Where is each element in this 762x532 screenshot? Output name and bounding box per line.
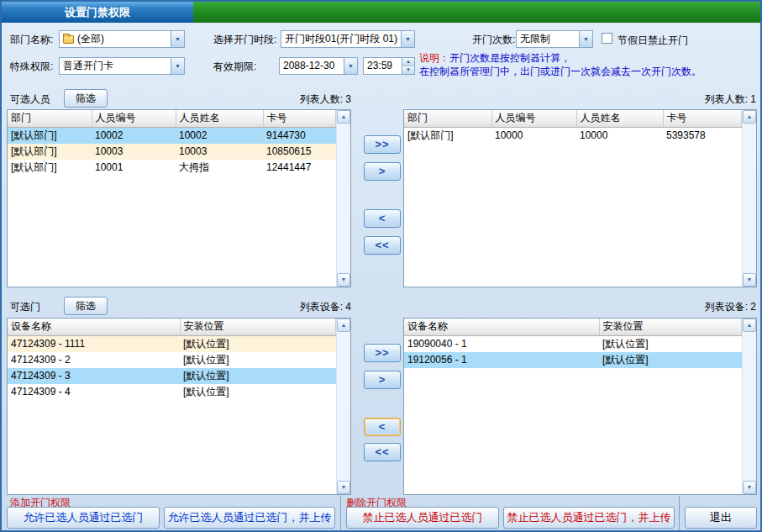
table-cell: [默认位置] xyxy=(180,335,336,352)
note-text-1: 开门次数是按控制器计算， xyxy=(449,52,570,64)
department-value: (全部) xyxy=(77,31,171,47)
table-cell: [默认位置] xyxy=(599,335,742,352)
dialog-set-door-permissions: 设置门禁权限 部门名称: (全部) ▼ 选择开门时段: 开门时段01(开门时段 … xyxy=(0,0,762,532)
column-header[interactable]: 卡号 xyxy=(663,110,742,127)
persons-move-all-right-button[interactable]: >> xyxy=(364,135,401,154)
deny-selected-upload-button[interactable]: 禁止已选人员通过已选门，并上传 xyxy=(503,507,675,529)
scroll-down-icon[interactable]: ▼ xyxy=(337,273,350,287)
column-header[interactable]: 人员编号 xyxy=(92,110,176,127)
time-period-select[interactable]: 开门时段01(开门时段 01) ▼ xyxy=(281,30,415,48)
deny-selected-button[interactable]: 禁止已选人员通过已选门 xyxy=(346,507,499,529)
table-cell: [默认位置] xyxy=(180,352,336,368)
chevron-down-icon[interactable]: ▼ xyxy=(401,31,414,47)
column-header[interactable]: 人员姓名 xyxy=(176,110,263,127)
selected-doors-list: 设备名称安装位置19090040 - 1[默认位置]19120056 - 1[默… xyxy=(403,318,757,495)
special-permission-value: 普通开门卡 xyxy=(63,58,171,74)
open-times-select[interactable]: 无限制 ▼ xyxy=(516,30,593,48)
table-cell: 大拇指 xyxy=(176,160,263,176)
scroll-down-icon[interactable]: ▼ xyxy=(743,273,756,287)
persons-move-all-left-button[interactable]: << xyxy=(364,236,401,255)
column-header[interactable]: 安装位置 xyxy=(599,319,742,335)
validity-label: 有效期限: xyxy=(213,60,256,73)
table-cell: 5393578 xyxy=(663,127,742,144)
spin-down-icon[interactable]: ▼ xyxy=(402,66,414,74)
window-title: 设置门禁权限 xyxy=(2,2,193,23)
exit-button[interactable]: 退出 xyxy=(685,507,757,529)
table-cell: 10000 xyxy=(576,127,663,144)
scrollbar-track[interactable] xyxy=(743,124,756,273)
holiday-ban-checkbox[interactable] xyxy=(602,33,612,44)
special-permission-label: 特殊权限: xyxy=(10,60,53,73)
column-header[interactable]: 安装位置 xyxy=(180,319,336,335)
doors-left-count: 列表设备: 4 xyxy=(254,300,351,313)
table-cell: 10850615 xyxy=(263,144,336,160)
table-cell: 10002 xyxy=(176,127,263,144)
persons-filter-button[interactable]: 筛选 xyxy=(64,89,108,108)
chevron-down-icon[interactable]: ▼ xyxy=(171,31,184,47)
table-row[interactable]: 19090040 - 1[默认位置] xyxy=(404,335,742,352)
table-row[interactable]: [默认部门]10001大拇指12441447 xyxy=(8,160,336,176)
table-row[interactable]: 47124309 - 1111[默认位置] xyxy=(8,335,336,352)
scroll-down-icon[interactable]: ▼ xyxy=(337,481,350,494)
table-cell: 19090040 - 1 xyxy=(404,335,599,352)
doors-right-count: 列表设备: 2 xyxy=(640,300,756,313)
column-header[interactable]: 设备名称 xyxy=(404,319,599,335)
table-cell: 10002 xyxy=(92,127,176,144)
allow-selected-button[interactable]: 允许已选人员通过已选门 xyxy=(7,507,160,529)
chevron-down-icon[interactable]: ▼ xyxy=(171,58,184,74)
persons-move-left-button[interactable]: < xyxy=(364,209,401,228)
scrollbar-track[interactable] xyxy=(337,124,350,273)
scroll-up-icon[interactable]: ▲ xyxy=(337,110,350,124)
selected-persons-list: 部门人员编号人员姓名卡号[默认部门]10000100005393578 ▲ ▼ xyxy=(403,109,757,287)
scroll-up-icon[interactable]: ▲ xyxy=(743,319,756,332)
table-row[interactable]: [默认部门]10002100029144730 xyxy=(8,127,336,144)
table-cell: 10001 xyxy=(92,160,176,176)
scrollbar[interactable]: ▲ ▼ xyxy=(336,319,350,494)
spin-up-icon[interactable]: ▲ xyxy=(402,58,414,66)
scrollbar-track[interactable] xyxy=(337,332,350,481)
column-header[interactable]: 人员姓名 xyxy=(576,110,663,127)
table-row[interactable]: 47124309 - 4[默认位置] xyxy=(8,384,336,400)
scroll-up-icon[interactable]: ▲ xyxy=(743,110,756,124)
scrollbar[interactable]: ▲ ▼ xyxy=(336,110,350,287)
doors-move-left-button[interactable]: < xyxy=(364,418,401,436)
doors-move-right-button[interactable]: > xyxy=(364,371,401,389)
table-row[interactable]: [默认部门]10000100005393578 xyxy=(404,127,742,144)
doors-filter-button[interactable]: 筛选 xyxy=(64,297,108,315)
valid-time-field[interactable]: 23:59 ▲ ▼ xyxy=(363,57,415,75)
doors-move-all-left-button[interactable]: << xyxy=(364,443,401,461)
special-permission-select[interactable]: 普通开门卡 ▼ xyxy=(59,57,185,75)
scroll-up-icon[interactable]: ▲ xyxy=(337,319,350,332)
table-cell: [默认部门] xyxy=(8,160,92,176)
table-cell: 47124309 - 1111 xyxy=(8,335,180,352)
valid-date-select[interactable]: 2088-12-30 ▼ xyxy=(279,57,358,75)
allow-selected-upload-button[interactable]: 允许已选人员通过已选门，并上传 xyxy=(164,507,335,529)
scrollbar-track[interactable] xyxy=(743,332,756,481)
persons-right-count: 列表人数: 1 xyxy=(640,92,756,106)
department-select[interactable]: (全部) ▼ xyxy=(59,30,185,48)
footer-divider xyxy=(679,496,680,530)
chevron-down-icon[interactable]: ▼ xyxy=(344,58,357,74)
table-cell: 47124309 - 2 xyxy=(8,352,180,368)
table-row[interactable]: 19120056 - 1[默认位置] xyxy=(404,352,742,368)
table-row[interactable]: [默认部门]100031000310850615 xyxy=(8,144,336,160)
column-header[interactable]: 卡号 xyxy=(263,110,336,127)
column-header[interactable]: 部门 xyxy=(8,110,92,127)
column-header[interactable]: 设备名称 xyxy=(8,319,180,335)
column-header[interactable]: 部门 xyxy=(404,110,491,127)
table-row[interactable]: 47124309 - 3[默认位置] xyxy=(8,368,336,384)
table-cell: 47124309 - 4 xyxy=(8,384,180,400)
persons-move-right-button[interactable]: > xyxy=(364,162,401,181)
scrollbar[interactable]: ▲ ▼ xyxy=(742,319,756,494)
scrollbar[interactable]: ▲ ▼ xyxy=(742,110,756,287)
doors-move-all-right-button[interactable]: >> xyxy=(364,344,401,362)
note-label: 说明： xyxy=(419,52,449,64)
note-line1: 说明：开门次数是按控制器计算， xyxy=(419,51,570,66)
table-row[interactable]: 47124309 - 2[默认位置] xyxy=(8,352,336,368)
time-spinner[interactable]: ▲ ▼ xyxy=(402,58,414,74)
department-label: 部门名称: xyxy=(10,33,53,46)
scroll-down-icon[interactable]: ▼ xyxy=(743,481,756,494)
chevron-down-icon[interactable]: ▼ xyxy=(579,31,592,47)
column-header[interactable]: 人员编号 xyxy=(491,110,576,127)
table-cell: 10003 xyxy=(176,144,263,160)
